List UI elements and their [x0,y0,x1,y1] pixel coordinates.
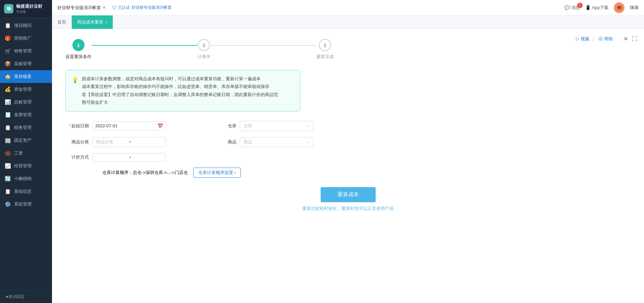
play-icon: ▷ [576,36,579,41]
sidebar-item-project[interactable]: 📋项目顾问 [0,19,52,32]
info-line-4: 围可能会扩大 [82,98,278,106]
sidebar-item-basic[interactable]: 📋基础信息 [0,185,52,198]
account-dropdown-icon[interactable]: ▾ [103,5,105,10]
start-date-input-wrap[interactable]: 📅 [92,122,166,130]
form-row-1: *起始日期 📅 仓库 仓库 ··· [65,121,631,131]
app-name: 畅捷通好业财 [16,3,42,9]
goods-label: 商品 [213,139,236,145]
sidebar-item-marketing[interactable]: 🎁营销推广 [0,32,52,45]
help-button[interactable]: ⓪ 帮助 [598,36,613,42]
help-label: 帮助 [604,36,613,42]
sidebar-item-assets[interactable]: 🏢固定资产 [0,134,52,147]
sidebar-nav: 📋项目顾问🎁营销推广🛒销售管理📦采购管理🏠库存核算💰资金管理📊总账管理🧾发票管理… [0,18,52,290]
content-area: ▷ 视频 | ⓪ 帮助 ✕ ⛶ 1 设置重算条件 2 计算中 3 [52,29,644,303]
start-date-field: *起始日期 📅 [65,122,193,130]
verified-badge: 🛡 已认证 好业财专业版演示帐套 [112,5,172,10]
category-label: 商品分类 [65,139,89,145]
sidebar-item-invoice[interactable]: 🧾发票管理 [0,109,52,121]
pricing-field: 计价方式 ▾ [65,153,193,162]
pricing-chevron-icon: ▾ [129,155,162,160]
sidebar-label-marketing: 营销推广 [14,35,32,41]
sidebar-item-operations[interactable]: 📈经营管理 [0,160,52,172]
help-icon: ⓪ [598,36,603,42]
sidebar-icon-salary: 💼 [5,150,11,156]
steps-row: 1 设置重算条件 2 计算中 3 重算完成 [65,39,334,60]
app-download-button[interactable]: 📱 App下载 [585,5,608,11]
app-edition: 专业版 [16,9,42,14]
sidebar-icon-tax: 📋 [5,125,11,131]
sidebar-icon-accounting: 📊 [5,99,11,105]
sidebar: 畅 畅捷通好业财 专业版 📋项目顾问🎁营销推广🛒销售管理📦采购管理🏠库存核算💰资… [0,0,52,303]
sidebar-label-invoice: 发票管理 [14,112,32,118]
user-name[interactable]: 珠珠 [630,5,639,11]
message-badge: 1 [577,3,583,8]
step-2-label: 计算中 [198,54,211,60]
goods-dots-icon[interactable]: ··· [306,139,310,144]
user-avatar[interactable]: 🐻 [614,2,625,13]
calc-order-row: 仓库计算顺序：总仓->深圳仓库->...->门店仓 仓库计算顺序设置 › [65,168,631,178]
warehouse-input[interactable]: 仓库 ··· [240,121,314,131]
sidebar-label-tax: 税务管理 [14,125,32,131]
calc-order-settings-button[interactable]: 仓库计算顺序设置 › [193,168,241,178]
tab-recalc[interactable]: 商品成本重算 × [72,15,113,29]
info-line-2: 成本重算过程中，影响库存账的操作均不能操作，比如进货单、销货单、库存单据不能审核… [82,83,278,90]
expand-button[interactable]: ⛶ [632,36,637,42]
sidebar-item-accounting[interactable]: 📊总账管理 [0,96,52,109]
recalc-button[interactable]: 重算成本 [321,187,376,202]
sidebar-item-tax[interactable]: 📋税务管理 [0,121,52,134]
account-name: 好业财专业版演示帐套 [57,5,101,11]
sidebar-icon-expense: 🔄 [5,176,11,182]
start-date-input[interactable] [95,123,157,128]
step-2-wrap: 2 计算中 [198,39,211,60]
calc-order-btn-label: 仓库计算顺序设置 [198,170,233,176]
sidebar-icon-operations: 📈 [5,163,11,169]
app-download-label: App下载 [592,5,608,11]
goods-field: 商品 商品 ··· [213,137,340,147]
sidebar-label-inventory: 库存核算 [14,74,32,80]
video-button[interactable]: ▷ 视频 [576,36,589,42]
sidebar-icon-marketing: 🎁 [5,35,11,41]
sidebar-icon-basic: 📋 [5,188,11,194]
sidebar-item-expense[interactable]: 🔄小畅报销 [0,172,52,185]
pricing-label: 计价方式 [65,154,89,160]
tab-home-label: 首页 [57,19,66,25]
sidebar-icon-finance: 💰 [5,86,11,92]
step-1-label: 设置重算条件 [65,54,92,60]
sidebar-item-finance[interactable]: 💰资金管理 [0,83,52,96]
step-connector-2 [211,45,317,46]
category-select[interactable]: 商品分类 ▾ [92,137,166,147]
calendar-icon[interactable]: 📅 [157,123,163,129]
close-button[interactable]: ✕ [624,36,628,42]
tab-recalc-close[interactable]: × [105,20,107,24]
message-icon: 💬 [565,5,570,10]
account-selector[interactable]: 好业财专业版演示帐套 ▾ [57,5,105,11]
warehouse-placeholder: 仓库 [244,123,252,129]
form-row-2: 商品分类 商品分类 ▾ 商品 商品 ··· [65,137,631,147]
warehouse-dots-icon[interactable]: ··· [306,123,310,128]
message-button[interactable]: 💬 消息 1 [565,5,580,11]
sidebar-item-purchase[interactable]: 📦采购管理 [0,57,52,70]
category-chevron-icon: ▾ [129,140,162,144]
sidebar-item-system[interactable]: ⚙️系统管理 [0,198,52,211]
info-line-1: 因成本计算参数调整，或是对商品成本有疑问时，可以通过成本重算功能，重新计算一遍成… [82,75,278,83]
goods-placeholder: 商品 [244,139,252,145]
pricing-select[interactable]: ▾ [92,153,166,162]
phone-icon: 📱 [585,5,591,10]
sidebar-item-salary[interactable]: 💼工资 [0,147,52,160]
warehouse-field: 仓库 仓库 ··· [213,121,340,131]
sidebar-label-finance: 资金管理 [14,86,32,92]
sidebar-label-expense: 小畅报销 [14,176,32,182]
main-area: 好业财专业版演示帐套 ▾ 🛡 已认证 好业财专业版演示帐套 💬 消息 1 📱 A… [52,0,644,303]
sidebar-footer[interactable]: ◄取消固定 [0,290,52,303]
window-controls: ▷ 视频 | ⓪ 帮助 ✕ ⛶ [576,36,637,42]
sidebar-icon-sales: 🛒 [5,48,11,54]
verified-label: 已认证 [118,5,130,10]
sidebar-item-sales[interactable]: 🛒销售管理 [0,45,52,57]
tab-home[interactable]: 首页 [52,15,72,29]
unpin-label: ◄取消固定 [5,294,25,300]
video-label: 视频 [581,36,589,42]
sidebar-header: 畅 畅捷通好业财 专业版 [0,0,52,18]
goods-input[interactable]: 商品 ··· [240,137,314,147]
sidebar-label-salary: 工资 [14,150,23,156]
sidebar-item-inventory[interactable]: 🏠库存核算 [0,70,52,83]
